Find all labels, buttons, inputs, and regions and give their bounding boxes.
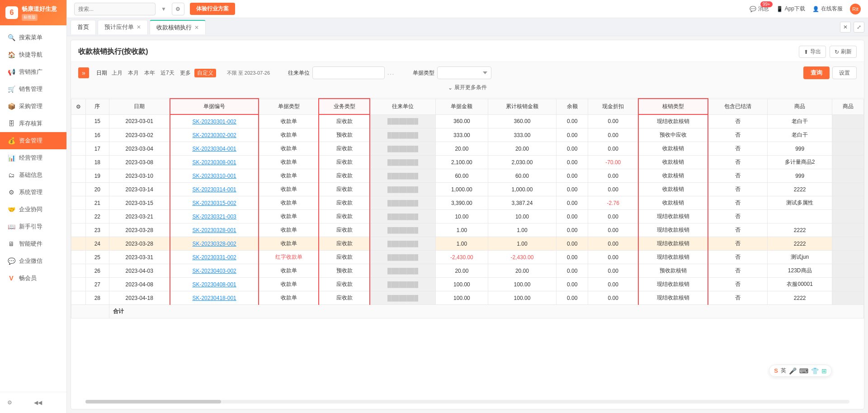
cell-no: 15 — [86, 114, 109, 128]
sidebar-item-purchase[interactable]: 📦 采购管理 — [0, 98, 66, 115]
sidebar-item-marketing[interactable]: 📢 营销推广 — [0, 63, 66, 81]
solution-btn[interactable]: 体验行业方案 — [190, 3, 235, 15]
cell-cancel-type: 收款核销 — [638, 142, 708, 156]
cell-discount: 0.00 — [588, 114, 639, 128]
partner-input[interactable] — [312, 66, 385, 79]
cell-doc-no[interactable]: SK-20230315-002 — [170, 196, 259, 210]
refresh-icon: ↻ — [835, 49, 839, 55]
cell-verified: 60.00 — [488, 169, 557, 183]
tab-collection-close-icon[interactable]: ✕ — [194, 25, 199, 30]
date-last-month[interactable]: 上月 — [110, 68, 124, 78]
sidebar-item-quicknav[interactable]: 🏠 快捷导航 — [0, 46, 66, 63]
cell-doc-no[interactable]: SK-20230304-001 — [170, 142, 259, 156]
cell-doc-no[interactable]: SK-20230321-003 — [170, 210, 259, 223]
sidebar-item-base[interactable]: 🗂 基础信息 — [0, 166, 66, 184]
scrollbar-thumb[interactable] — [85, 400, 221, 404]
footer-total: 合计 — [109, 305, 863, 318]
cell-doc-no[interactable]: SK-20230314-001 — [170, 183, 259, 196]
cell-doc-no[interactable]: SK-20230310-001 — [170, 169, 259, 183]
tab-prepay-close-icon[interactable]: ✕ — [137, 24, 141, 30]
table-row[interactable]: 202023-03-14SK-20230314-001收款单应收款███████… — [71, 183, 864, 196]
expand-more-btn[interactable]: ⌄ 展开更多条件 — [78, 82, 857, 93]
horizontal-scrollbar[interactable] — [85, 400, 849, 404]
cell-discount: -70.00 — [588, 156, 639, 169]
cell-doc-no[interactable]: SK-20230408-001 — [170, 278, 259, 291]
sidebar-item-finance[interactable]: 💰 资金管理 — [0, 132, 66, 149]
sidebar-item-wechat[interactable]: 💬 企业微信 — [0, 252, 66, 270]
cell-biz-type: 预收款 — [319, 128, 370, 142]
cell-doc-no[interactable]: SK-20230302-002 — [170, 128, 259, 142]
table-row[interactable]: 172023-03-04SK-20230304-001收款单应收款███████… — [71, 142, 864, 156]
cell-checkbox — [71, 169, 86, 183]
sidebar-item-operation[interactable]: 📊 经营管理 — [0, 149, 66, 166]
sidebar-item-guide[interactable]: 📖 新手引导 — [0, 218, 66, 235]
doc-type-select[interactable] — [437, 66, 491, 79]
cell-doc-no[interactable]: SK-20230328-002 — [170, 237, 259, 251]
message-btn[interactable]: 💬 消息 99+ — [750, 5, 769, 13]
table-row[interactable]: 232023-03-28SK-20230328-001收款单应收款███████… — [71, 223, 864, 237]
date-more[interactable]: 更多 — [178, 68, 193, 78]
cell-doc-no[interactable]: SK-20230403-002 — [170, 264, 259, 278]
table-row[interactable]: 242023-03-28SK-20230328-002收款单应收款███████… — [71, 237, 864, 251]
filter-toggle-btn[interactable]: » — [78, 67, 89, 78]
cell-doc-no[interactable]: SK-20230301-002 — [170, 114, 259, 128]
sidebar-item-system[interactable]: ⚙ 系统管理 — [0, 184, 66, 201]
sidebar-item-hardware[interactable]: 🖥 智能硬件 — [0, 235, 66, 252]
cell-doc-type: 收款单 — [259, 264, 319, 278]
tab-collection[interactable]: 收款核销执行 ✕ — [150, 20, 206, 34]
gear-btn[interactable]: ⚙ — [172, 3, 184, 15]
partner-dots[interactable]: ... — [387, 70, 395, 76]
marketing-icon: 📢 — [7, 68, 15, 76]
refresh-btn[interactable]: ↻ 刷新 — [830, 46, 857, 58]
sidebar-item-inventory[interactable]: 🗄 库存核算 — [0, 115, 66, 132]
user-avatar[interactable]: Rit — [850, 4, 861, 14]
table-row[interactable]: 282023-04-18SK-20230418-001收款单应收款███████… — [71, 291, 864, 305]
sidebar-item-member[interactable]: V 畅会员 — [0, 270, 66, 287]
table-row[interactable]: 182023-03-08SK-20230308-001收款单应收款███████… — [71, 156, 864, 169]
tab-prepay[interactable]: 预计应付单 ✕ — [98, 20, 148, 34]
export-btn[interactable]: ⬆ 导出 — [799, 46, 826, 58]
cell-doc-no[interactable]: SK-20230328-001 — [170, 223, 259, 237]
table-row[interactable]: 262023-04-03SK-20230403-002收款单预收款███████… — [71, 264, 864, 278]
table-row[interactable]: 222023-03-21SK-20230321-003收款单应收款███████… — [71, 210, 864, 223]
col-gear[interactable]: ⚙ — [71, 99, 86, 114]
table-row[interactable]: 212023-03-15SK-20230315-002收款单应收款███████… — [71, 196, 864, 210]
cell-balance: 0.00 — [557, 251, 588, 264]
cell-no: 23 — [86, 223, 109, 237]
scrollbar-area[interactable] — [71, 396, 864, 409]
date-custom[interactable]: 自定义 — [194, 69, 216, 77]
tab-close-all-btn[interactable]: ✕ — [840, 22, 851, 33]
table-row[interactable]: 192023-03-10SK-20230310-001收款单应收款███████… — [71, 169, 864, 183]
cell-doc-no[interactable]: SK-20230308-001 — [170, 156, 259, 169]
date-7days[interactable]: 近7天 — [159, 68, 176, 78]
table-row[interactable]: 272023-04-08SK-20230408-001收款单应收款███████… — [71, 278, 864, 291]
tabbar-controls: ✕ ⤢ — [840, 22, 864, 33]
cell-amount: 100.00 — [436, 291, 488, 305]
sidebar-item-sales[interactable]: 🛒 销售管理 — [0, 81, 66, 98]
search-input[interactable] — [74, 3, 156, 15]
table-row[interactable]: 152023-03-01SK-20230301-002收款单应收款███████… — [71, 114, 864, 128]
cell-partner: ████████ — [370, 196, 436, 210]
collab-icon: 🤝 — [7, 206, 15, 213]
cell-biz-type: 应收款 — [319, 114, 370, 128]
query-btn[interactable]: 查询 — [803, 66, 830, 79]
cell-biz-type: 应收款 — [319, 142, 370, 156]
sidebar-settings-btn[interactable]: ⚙ ◀◀ — [0, 396, 66, 409]
cell-amount: 20.00 — [436, 264, 488, 278]
tab-expand-btn[interactable]: ⤢ — [854, 22, 864, 33]
cell-partner: ████████ — [370, 264, 436, 278]
cell-doc-no[interactable]: SK-20230331-002 — [170, 251, 259, 264]
app-download-btn[interactable]: 📱 App下载 — [776, 5, 805, 13]
date-this-month[interactable]: 本月 — [126, 68, 141, 78]
online-service-btn[interactable]: 👤 在线客服 — [812, 5, 843, 13]
sidebar-item-collab[interactable]: 🤝 企业协同 — [0, 201, 66, 218]
table-row[interactable]: 162023-03-02SK-20230302-002收款单预收款███████… — [71, 128, 864, 142]
tab-home[interactable]: 首页 — [71, 20, 96, 34]
sidebar-item-search[interactable]: 🔍 搜索菜单 — [0, 29, 66, 46]
setting-btn[interactable]: 设置 — [832, 66, 857, 79]
col-goods: 商品 — [768, 99, 832, 114]
cell-include-settled: 否 — [708, 251, 768, 264]
cell-doc-no[interactable]: SK-20230418-001 — [170, 291, 259, 305]
table-row[interactable]: 252023-03-31SK-20230331-002红字收款单应收款█████… — [71, 251, 864, 264]
date-this-year[interactable]: 本年 — [142, 68, 157, 78]
